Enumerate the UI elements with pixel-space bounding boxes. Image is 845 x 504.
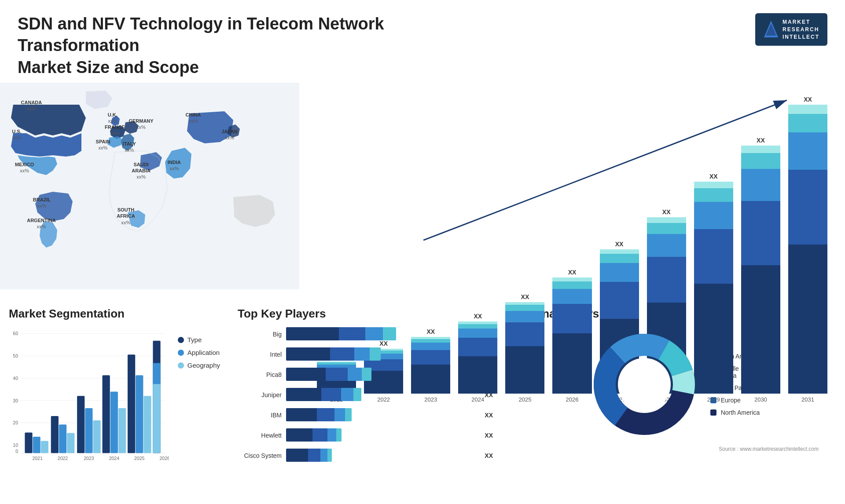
bar-segment <box>552 304 592 334</box>
bar-stack <box>505 302 544 394</box>
bar-segment <box>741 265 780 394</box>
player-xx-label: XX <box>485 452 493 459</box>
map-label-saudi: SAUDI ARABIA xx% <box>132 161 151 180</box>
svg-rect-24 <box>59 424 66 453</box>
player-name: Juniper <box>238 391 282 398</box>
player-bar-segment <box>365 327 383 340</box>
bar-segment <box>694 188 733 202</box>
player-row: JuniperXX <box>238 388 493 402</box>
map-label-uk: U.K. xx% <box>108 112 118 124</box>
bar-segment <box>600 249 639 254</box>
svg-rect-23 <box>51 416 59 453</box>
bar-segment <box>505 305 544 310</box>
map-label-mexico: MEXICO xx% <box>15 161 34 174</box>
map-label-argentina: ARGENTINA xx% <box>27 217 55 230</box>
seg-bars-wrapper: 60 50 40 30 20 10 0 <box>9 327 169 468</box>
bar-xx-label: XX <box>474 313 482 320</box>
player-xx-label: XX <box>485 432 493 439</box>
svg-rect-32 <box>110 392 118 453</box>
player-name: Pica8 <box>238 371 282 378</box>
geography-dot <box>178 362 184 369</box>
bar-segment <box>741 153 780 169</box>
svg-text:0: 0 <box>15 449 18 454</box>
bar-segment <box>600 263 639 281</box>
map-label-italy: ITALY xx% <box>123 141 136 153</box>
svg-text:2021: 2021 <box>32 456 43 461</box>
segmentation-section: Market Segmentation 60 50 40 30 20 10 0 <box>0 303 229 504</box>
logo-research: RESEARCH <box>783 26 819 33</box>
bar-group-2025: XX2025 <box>505 293 544 403</box>
bar-segment <box>694 229 733 284</box>
bar-group-2026: XX2026 <box>552 269 592 403</box>
bar-segment <box>505 346 544 394</box>
logo-box: MARKET RESEARCH INTELLECT <box>755 13 827 46</box>
bar-stack <box>741 146 780 394</box>
player-bar-segment <box>286 327 339 340</box>
svg-rect-21 <box>41 441 48 453</box>
player-bar-segment <box>317 408 334 421</box>
player-bar <box>286 347 477 362</box>
bar-stack <box>552 278 592 394</box>
segmentation-title: Market Segmentation <box>9 307 220 321</box>
bar-xx-label: XX <box>662 208 671 215</box>
page-title: SDN and NFV Technology in Telecom Networ… <box>18 13 414 78</box>
bar-xx-label: XX <box>757 137 765 144</box>
bar-group-2031: XX2031 <box>788 96 827 403</box>
player-bar-segment <box>370 347 381 361</box>
svg-rect-31 <box>103 375 110 453</box>
svg-point-50 <box>618 358 671 411</box>
svg-rect-36 <box>136 375 143 453</box>
logo-market: MARKET <box>783 18 819 26</box>
bar-segment <box>741 169 780 201</box>
seg-bars-svg: 60 50 40 30 20 10 0 <box>9 327 169 468</box>
bar-segment <box>788 170 827 245</box>
geography-label: Geography <box>187 362 220 369</box>
bar-segment <box>552 333 592 394</box>
bar-segment <box>694 202 733 229</box>
player-bar <box>286 368 477 382</box>
logo-triangle-icon <box>763 20 779 39</box>
bar-year-label: 2029 <box>707 396 720 403</box>
growth-chart-section: XX2021XX2022XX2023XX2024XX2025XX2026XX20… <box>299 83 845 298</box>
type-label: Type <box>187 336 202 343</box>
bar-stack <box>788 105 827 394</box>
svg-text:2022: 2022 <box>58 456 68 461</box>
bar-segment <box>741 146 780 153</box>
bar-segment <box>694 182 733 188</box>
bar-segment <box>600 254 639 263</box>
bar-stack <box>411 337 450 394</box>
logo-icon-area: MARKET RESEARCH INTELLECT <box>763 18 819 40</box>
player-bar-segment <box>320 449 327 462</box>
player-bar-segment <box>383 327 396 340</box>
player-bar-segment <box>326 368 348 381</box>
header: SDN and NFV Technology in Telecom Networ… <box>0 0 845 83</box>
bar-year-label: 2031 <box>801 396 814 403</box>
title-text: SDN and NFV Technology in Telecom Networ… <box>18 13 414 78</box>
player-bar-segment <box>321 388 341 401</box>
growth-chart: XX2021XX2022XX2023XX2024XX2025XX2026XX20… <box>308 87 836 272</box>
bar-segment <box>647 234 686 257</box>
bar-year-label: 2025 <box>518 396 531 403</box>
player-bar-segment <box>336 428 342 442</box>
map-label-us: U.S. xx% <box>12 128 21 141</box>
player-name: Big <box>238 331 282 338</box>
bar-segment <box>552 281 592 289</box>
logo-intellect: INTELLECT <box>783 33 819 41</box>
map-label-germany: GERMANY xx% <box>129 118 153 131</box>
player-bar-segment <box>330 347 354 361</box>
bar-segment <box>647 217 686 223</box>
svg-rect-27 <box>77 396 84 453</box>
bar-year-label: 2026 <box>566 396 579 403</box>
player-bar <box>286 449 477 463</box>
donut-svg <box>587 327 702 442</box>
seg-legend-geography: Geography <box>178 362 220 369</box>
player-name: IBM <box>238 412 282 419</box>
player-bar <box>286 327 477 341</box>
map-label-france: FRANCE xx% <box>105 124 125 137</box>
map-label-india: INDIA xx% <box>168 159 181 172</box>
player-bar-segment <box>286 368 326 381</box>
bar-group-2030: XX2030 <box>741 137 780 403</box>
svg-text:40: 40 <box>13 376 18 381</box>
application-dot <box>178 350 184 356</box>
player-row: HewlettXX <box>238 428 493 442</box>
